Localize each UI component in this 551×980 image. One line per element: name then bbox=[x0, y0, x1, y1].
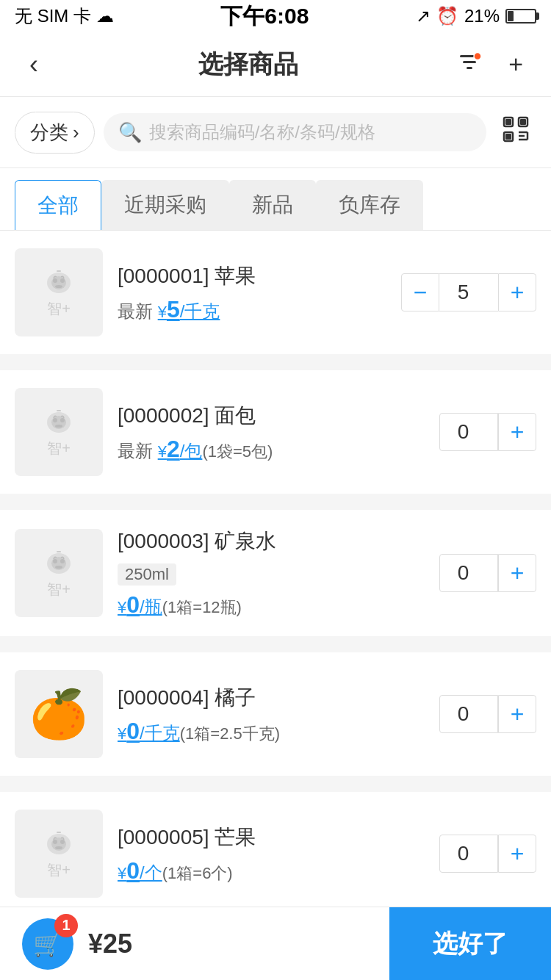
quantity-input[interactable] bbox=[439, 273, 498, 311]
svg-rect-31 bbox=[57, 551, 61, 552]
product-info: [0000005] 芒果 ¥0/个(1箱=6个) bbox=[118, 824, 425, 884]
tab-negative[interactable]: 负库存 bbox=[316, 180, 423, 230]
increase-button[interactable]: + bbox=[498, 413, 536, 451]
category-arrow-icon: › bbox=[73, 121, 79, 144]
product-name: [0000005] 芒果 bbox=[118, 824, 425, 851]
quantity-control: − + bbox=[401, 273, 536, 311]
table-row: 智+ [0000003] 矿泉水 250ml ¥0/瓶(1箱=12瓶) + bbox=[0, 510, 551, 636]
svg-rect-8 bbox=[520, 119, 526, 125]
svg-point-36 bbox=[55, 846, 62, 849]
cart-badge: 1 bbox=[54, 914, 78, 937]
tab-recent[interactable]: 近期采购 bbox=[101, 180, 229, 230]
product-price: ¥0/瓶(1箱=12瓶) bbox=[118, 591, 425, 619]
placeholder-text: 智+ bbox=[47, 860, 71, 880]
product-info: [0000001] 苹果 最新 ¥5/千克 bbox=[118, 262, 386, 323]
cart-button[interactable]: 🛒 1 bbox=[22, 918, 73, 970]
search-bar: 分类 › 🔍 搜索商品编码/名称/条码/规格 bbox=[0, 97, 551, 168]
product-name: [0000002] 面包 bbox=[118, 402, 425, 430]
quantity-input[interactable] bbox=[439, 554, 498, 592]
category-label: 分类 bbox=[30, 120, 68, 145]
svg-rect-25 bbox=[57, 410, 61, 411]
table-row: 智+ [0000002] 面包 最新 ¥2/包(1袋=5包) + bbox=[0, 370, 551, 494]
filter-icon[interactable] bbox=[451, 43, 488, 86]
quantity-input[interactable] bbox=[439, 835, 498, 873]
status-left: 无 SIM 卡 ☁ bbox=[15, 4, 114, 28]
svg-point-18 bbox=[55, 285, 62, 288]
nav-bar: ‹ 选择商品 + bbox=[0, 32, 551, 97]
product-price: ¥0/千克(1箱=2.5千克) bbox=[118, 718, 425, 745]
quantity-control: + bbox=[439, 413, 536, 451]
increase-button[interactable]: + bbox=[498, 554, 536, 592]
confirm-button[interactable]: 选好了 bbox=[389, 907, 551, 981]
svg-point-16 bbox=[53, 278, 57, 283]
battery-icon bbox=[505, 9, 536, 24]
svg-rect-7 bbox=[505, 119, 511, 125]
tab-all[interactable]: 全部 bbox=[15, 180, 101, 230]
svg-point-3 bbox=[474, 52, 481, 60]
product-name: [0000004] 橘子 bbox=[118, 684, 425, 712]
category-button[interactable]: 分类 › bbox=[15, 112, 95, 154]
table-row: 🍊 [0000004] 橘子 ¥0/千克(1箱=2.5千克) + bbox=[0, 652, 551, 776]
product-info: [0000004] 橘子 ¥0/千克(1箱=2.5千克) bbox=[118, 684, 425, 745]
table-row: 智+ [0000001] 苹果 最新 ¥5/千克 − + bbox=[0, 231, 551, 354]
nav-actions: + bbox=[451, 43, 529, 86]
product-info: [0000003] 矿泉水 250ml ¥0/瓶(1箱=12瓶) bbox=[118, 527, 425, 619]
product-name: [0000001] 苹果 bbox=[118, 262, 386, 290]
add-button[interactable]: + bbox=[503, 44, 529, 84]
page-title: 选择商品 bbox=[46, 48, 451, 82]
placeholder-text: 智+ bbox=[47, 580, 71, 599]
product-image: 智+ bbox=[15, 810, 103, 898]
increase-button[interactable]: + bbox=[498, 273, 536, 311]
product-info: [0000002] 面包 最新 ¥2/包(1袋=5包) bbox=[118, 402, 425, 463]
decrease-button[interactable]: − bbox=[401, 273, 439, 311]
product-image: 智+ bbox=[15, 248, 103, 336]
product-price: ¥0/个(1箱=6个) bbox=[118, 857, 425, 884]
svg-point-23 bbox=[60, 418, 65, 422]
svg-rect-1 bbox=[463, 61, 476, 63]
status-right: ↗ ⏰ 21% bbox=[416, 6, 536, 26]
quantity-control: + bbox=[439, 835, 536, 873]
svg-rect-19 bbox=[57, 270, 61, 272]
svg-point-30 bbox=[55, 566, 62, 569]
svg-rect-2 bbox=[467, 67, 472, 69]
scan-button[interactable] bbox=[495, 109, 536, 156]
quantity-control: + bbox=[439, 554, 536, 592]
quantity-input[interactable] bbox=[439, 413, 498, 451]
increase-button[interactable]: + bbox=[498, 695, 536, 733]
table-row: 智+ [0000005] 芒果 ¥0/个(1箱=6个) + bbox=[0, 792, 551, 915]
svg-rect-9 bbox=[505, 134, 511, 140]
cart-price: ¥25 bbox=[88, 929, 132, 959]
quantity-control: + bbox=[439, 695, 536, 733]
quantity-input[interactable] bbox=[439, 695, 498, 733]
svg-point-28 bbox=[53, 559, 57, 563]
svg-point-29 bbox=[60, 559, 65, 563]
increase-button[interactable]: + bbox=[498, 835, 536, 873]
placeholder-text: 智+ bbox=[47, 439, 71, 458]
tab-bar: 全部 近期采购 新品 负库存 bbox=[0, 168, 551, 231]
search-icon: 🔍 bbox=[118, 121, 142, 144]
svg-point-35 bbox=[60, 840, 65, 844]
search-input-wrap[interactable]: 🔍 搜索商品编码/名称/条码/规格 bbox=[104, 113, 486, 151]
product-tag: 250ml bbox=[118, 563, 176, 586]
product-image: 智+ bbox=[15, 529, 103, 617]
sim-status: 无 SIM 卡 ☁ bbox=[15, 4, 114, 28]
back-button[interactable]: ‹ bbox=[22, 42, 46, 87]
cart-section: 🛒 1 ¥25 bbox=[0, 918, 389, 970]
product-price: 最新 ¥2/包(1袋=5包) bbox=[118, 436, 425, 463]
product-name: [0000003] 矿泉水 bbox=[118, 527, 425, 555]
svg-point-24 bbox=[55, 425, 62, 428]
svg-point-34 bbox=[53, 840, 57, 844]
search-placeholder: 搜索商品编码/名称/条码/规格 bbox=[149, 120, 375, 144]
svg-point-17 bbox=[60, 278, 65, 283]
alarm-icon: ⏰ bbox=[436, 6, 458, 26]
product-list: 智+ [0000001] 苹果 最新 ¥5/千克 − + bbox=[0, 231, 551, 980]
svg-rect-37 bbox=[57, 832, 61, 833]
battery-percent: 21% bbox=[464, 6, 500, 26]
location-icon: ↗ bbox=[416, 6, 431, 26]
bottom-bar: 🛒 1 ¥25 选好了 bbox=[0, 907, 551, 980]
tab-new[interactable]: 新品 bbox=[229, 180, 316, 230]
svg-point-22 bbox=[53, 418, 57, 422]
product-image: 智+ bbox=[15, 388, 103, 476]
placeholder-text: 智+ bbox=[47, 299, 71, 319]
status-bar: 无 SIM 卡 ☁ 下午6:08 ↗ ⏰ 21% bbox=[0, 0, 551, 32]
